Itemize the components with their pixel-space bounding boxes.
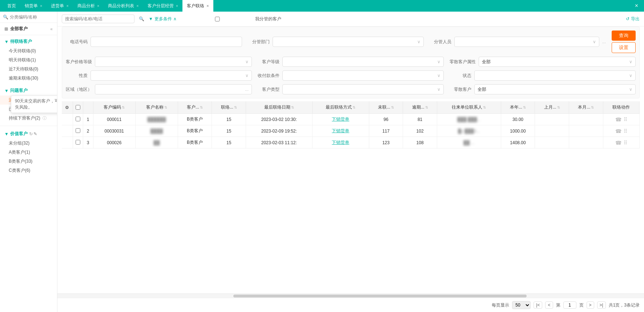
- thisyear-sort-icon: ⇅: [523, 105, 526, 109]
- filter-person-select[interactable]: ∨: [454, 37, 599, 47]
- nav-analysis-list-close[interactable]: ×: [136, 4, 138, 8]
- nav-purchase-close[interactable]: ×: [66, 4, 68, 8]
- more-conditions-btn[interactable]: ▼ 更多条件 ∧: [149, 16, 177, 22]
- filter-nature-chevron: ∨: [245, 73, 249, 78]
- sidebar-all-customers[interactable]: ⊞ 全部客户 «: [0, 23, 57, 35]
- th-name[interactable]: 客户名称⇅: [136, 101, 178, 114]
- sidebar-item-ungrouped[interactable]: 未分组(32): [0, 139, 57, 148]
- th-checkbox[interactable]: [73, 101, 83, 114]
- next-page-btn[interactable]: >: [587, 301, 594, 309]
- customer-table: ⚙ 客户编码⇅ 客户名称⇅ 客户...⇅: [62, 101, 640, 149]
- row2-contact-type[interactable]: 下销货单: [312, 125, 369, 137]
- value-refresh-icon[interactable]: ↻: [29, 131, 33, 137]
- th-index: [83, 101, 93, 114]
- row3-link[interactable]: 下销货单: [332, 140, 349, 145]
- filter-area-select[interactable]: ...: [95, 84, 252, 94]
- query-button[interactable]: 查询: [612, 31, 636, 41]
- select-all-checkbox[interactable]: [76, 105, 80, 110]
- row3-checkbox[interactable]: [73, 137, 83, 149]
- first-page-btn[interactable]: |<: [534, 301, 542, 309]
- row1-check[interactable]: [76, 117, 80, 121]
- nav-analysis-list[interactable]: 商品分析列表 ×: [104, 0, 143, 12]
- th-contact[interactable]: 联络...⇅: [212, 101, 246, 114]
- prev-page-btn[interactable]: <: [545, 301, 553, 309]
- filter-sparse-select[interactable]: 全部 ∨: [474, 84, 636, 94]
- sidebar-item-today[interactable]: 今天待联络(0): [0, 46, 57, 56]
- window-close-btn[interactable]: ×: [632, 3, 641, 9]
- collapse-icon[interactable]: «: [50, 27, 53, 32]
- filter-price-level-select[interactable]: ∨: [95, 57, 252, 67]
- th-overdue[interactable]: 逾期...⇅: [403, 101, 437, 114]
- settings-button[interactable]: 设置: [612, 42, 636, 53]
- filter-customer-type-select[interactable]: ∨: [282, 84, 444, 94]
- row3-contact-icon[interactable]: ☎: [615, 140, 621, 146]
- sidebar-group-pending-title[interactable]: ▼ 待联络客户: [0, 37, 57, 46]
- horizontal-scrollbar[interactable]: [233, 295, 527, 297]
- filter-sparse: 零散客户 全部 ∨: [450, 84, 636, 94]
- page-size-select[interactable]: 50 100 200: [512, 301, 531, 309]
- sidebar-item-overdue[interactable]: 逾期未联络(30): [0, 74, 57, 83]
- nav-customer-contact-close[interactable]: ×: [206, 4, 209, 8]
- export-btn[interactable]: ↺ 导出: [626, 16, 640, 22]
- th-last-month[interactable]: 上月...⇅: [535, 101, 569, 114]
- row2-link[interactable]: 下销货单: [332, 128, 349, 133]
- filter-phone-label: 电话号码: [66, 39, 88, 45]
- row2-check[interactable]: [76, 128, 80, 133]
- row2-checkbox[interactable]: [73, 125, 83, 137]
- th-code[interactable]: 客户编码⇅: [93, 101, 136, 114]
- sidebar-item-classB[interactable]: B类客户(33): [0, 157, 57, 166]
- filter-status-select[interactable]: ∨: [474, 70, 636, 81]
- row2-contact-icon[interactable]: ☎: [615, 128, 621, 134]
- row2-more-icon[interactable]: ⠿: [624, 128, 627, 134]
- nav-customer-layer[interactable]: 客户分层经营 ×: [143, 0, 182, 12]
- unit-sort-icon: ⇅: [483, 105, 486, 109]
- filter-nature-select[interactable]: ∨: [90, 70, 252, 81]
- nav-sales-close[interactable]: ×: [40, 4, 42, 8]
- th-this-month[interactable]: 本月...⇅: [569, 101, 603, 114]
- sidebar-group-value-title[interactable]: ▼ 价值客户 ↻ ✎: [0, 129, 57, 139]
- nav-analysis-close[interactable]: ×: [97, 4, 99, 8]
- sidebar-item-7days[interactable]: 近7天待联络(0): [0, 65, 57, 74]
- row1-contact-type[interactable]: 下销货单: [312, 114, 369, 125]
- search-icon[interactable]: 🔍: [139, 16, 144, 21]
- th-last-contact-type[interactable]: 最后联络方式⇅: [312, 101, 369, 114]
- filter-sparse-attr-select[interactable]: 全部 ∨: [479, 57, 636, 67]
- row1-link[interactable]: 下销货单: [332, 117, 349, 122]
- filter-payment-select[interactable]: ∨: [282, 70, 444, 81]
- filter-area-more[interactable]: ...: [245, 87, 249, 92]
- sidebar-item-classA[interactable]: A类客户(1): [0, 148, 57, 157]
- row3-contact-type[interactable]: 下销货单: [312, 137, 369, 149]
- row1-contact-icon[interactable]: ☎: [615, 117, 621, 122]
- last-page-btn[interactable]: >|: [597, 301, 606, 309]
- nav-customer-layer-close[interactable]: ×: [176, 4, 178, 8]
- th-type[interactable]: 客户...⇅: [178, 101, 212, 114]
- my-customers-checkbox[interactable]: [181, 17, 254, 21]
- nav-sales[interactable]: 销货单 ×: [20, 0, 47, 12]
- sidebar-item-classC[interactable]: C类客户(6): [0, 166, 57, 175]
- nav-purchase[interactable]: 进货单 ×: [47, 0, 73, 12]
- sidebar-item-tomorrow[interactable]: 明天待联络(1): [0, 56, 57, 65]
- th-last-contact-date[interactable]: 最后联络日期⇅: [246, 101, 313, 114]
- filter-dept-select[interactable]: ∨: [273, 37, 424, 47]
- row3-more-icon[interactable]: ⠿: [624, 140, 627, 146]
- nav-analysis[interactable]: 商品分析 ×: [73, 0, 104, 12]
- filter-person-more[interactable]: ...: [602, 39, 606, 44]
- row3-check[interactable]: [76, 140, 80, 145]
- filter-customer-level-select[interactable]: ∨: [282, 57, 444, 67]
- nav-home[interactable]: 首页: [3, 0, 20, 12]
- filter-phone-input[interactable]: [90, 37, 242, 47]
- row1-checkbox[interactable]: [73, 114, 83, 125]
- row1-more-icon[interactable]: ⠿: [624, 117, 627, 122]
- my-customers-checkbox-area[interactable]: 我分管的客户: [181, 16, 281, 22]
- nav-customer-contact[interactable]: 客户联络 ×: [182, 0, 213, 12]
- value-edit-icon[interactable]: ✎: [33, 131, 37, 137]
- sidebar-search-input[interactable]: [10, 15, 54, 20]
- th-unit-contact[interactable]: 往来单位联系人⇅: [437, 101, 501, 114]
- th-this-year[interactable]: 本年...⇅: [501, 101, 535, 114]
- th-uncontact[interactable]: 未联...⇅: [369, 101, 403, 114]
- th-settings[interactable]: ⚙: [62, 101, 73, 114]
- search-input[interactable]: [62, 15, 134, 23]
- current-page-input[interactable]: [563, 301, 576, 309]
- sidebar-group-problem-title[interactable]: ▼ 问题客户: [0, 86, 57, 96]
- sidebar-item-declining[interactable]: 持续下滑客户(2) ⓘ: [0, 114, 57, 123]
